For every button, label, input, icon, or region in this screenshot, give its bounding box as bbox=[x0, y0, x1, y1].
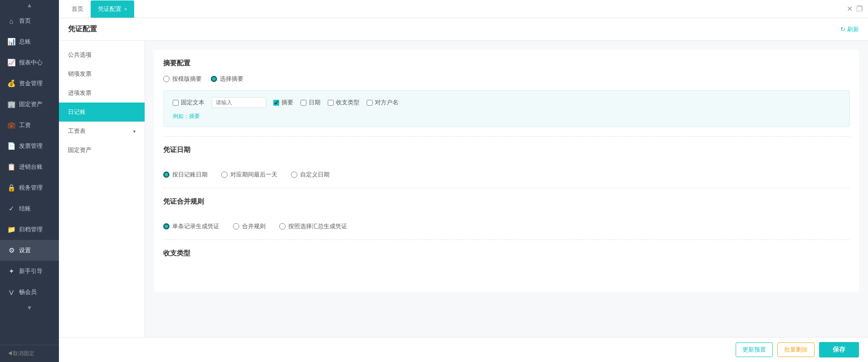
sidebar-item-archive[interactable]: 📁 归档管理 bbox=[0, 219, 59, 240]
fixed-text-input[interactable] bbox=[212, 97, 266, 108]
checkbox-fixed-text-input[interactable] bbox=[173, 100, 179, 106]
checkbox-counterparty-input[interactable] bbox=[367, 100, 373, 106]
checkbox-fixed-text[interactable]: 固定文本 bbox=[173, 98, 204, 107]
tab-voucher-config[interactable]: 凭证配置 × bbox=[91, 0, 134, 18]
checkbox-date[interactable]: 日期 bbox=[301, 98, 320, 107]
tab-close-window-button[interactable]: ✕ bbox=[847, 5, 853, 13]
sidebar-item-guide[interactable]: ✦ 新手引导 bbox=[0, 261, 59, 282]
funds-icon: 💰 bbox=[7, 79, 15, 88]
radio-period-last-input[interactable] bbox=[221, 171, 228, 178]
income-section-body bbox=[154, 265, 859, 292]
ledger-icon: 📊 bbox=[7, 38, 15, 46]
nav-item-payroll[interactable]: 工资表 ▾ bbox=[59, 122, 145, 141]
date-section-body: 按日记账日期 对应期间最后一天 自定义日期 bbox=[154, 161, 859, 188]
radio-merge[interactable]: 合并规则 bbox=[233, 222, 266, 230]
radio-select-merge[interactable]: 按照选择汇总生成凭证 bbox=[279, 222, 347, 230]
radio-select-merge-input[interactable] bbox=[279, 223, 286, 230]
merge-section-title: 凭证合并规则 bbox=[154, 188, 859, 213]
sidebar-item-close[interactable]: ✓ 结账 bbox=[0, 198, 59, 219]
sidebar-item-member[interactable]: V 畅会员 bbox=[0, 282, 59, 303]
home-icon: ⌂ bbox=[7, 17, 15, 25]
sidebar-item-salary[interactable]: 💼 工资 bbox=[0, 115, 59, 136]
config-panel: 摘要配置 按模版摘要 选择摘要 bbox=[154, 50, 859, 292]
sidebar-unpin[interactable]: ◀取消固定 bbox=[0, 345, 59, 362]
checkbox-income-type[interactable]: 收支类型 bbox=[328, 98, 359, 107]
checkbox-income-type-input[interactable] bbox=[328, 100, 334, 106]
archive-icon: 📁 bbox=[7, 225, 15, 234]
right-content: 摘要配置 按模版摘要 选择摘要 bbox=[145, 41, 868, 337]
income-type-section: 收支类型 bbox=[154, 240, 859, 292]
main-area: 首页 凭证配置 × ✕ ❐ 凭证配置 ↻ 刷新 bbox=[59, 0, 868, 362]
nav-item-fixed-assets[interactable]: 固定资产 bbox=[59, 141, 145, 160]
radio-custom-date[interactable]: 自定义日期 bbox=[291, 171, 330, 179]
tab-bar: 首页 凭证配置 × ✕ ❐ bbox=[59, 0, 868, 18]
radio-custom-date-input[interactable] bbox=[291, 171, 297, 178]
chevron-down-icon: ▾ bbox=[133, 129, 136, 134]
radio-select-summary[interactable]: 选择摘要 bbox=[211, 75, 243, 83]
checkbox-summary-input[interactable] bbox=[273, 100, 279, 106]
radio-merge-input[interactable] bbox=[233, 223, 239, 230]
merge-section-body: 单条记录生成凭证 合并规则 按照选择汇总生成凭证 bbox=[154, 213, 859, 240]
assets-icon: 🏢 bbox=[7, 100, 15, 108]
tab-close-icon[interactable]: × bbox=[124, 6, 127, 12]
guide-icon: ✦ bbox=[7, 267, 15, 275]
date-radio-group: 按日记账日期 对应期间最后一天 自定义日期 bbox=[163, 171, 850, 179]
sidebar-item-settings[interactable]: ⚙ 设置 bbox=[0, 240, 59, 261]
nav-item-sales[interactable]: 销项发票 bbox=[59, 64, 145, 83]
refresh-icon: ↻ bbox=[840, 26, 845, 33]
merge-config-section: 凭证合并规则 单条记录生成凭证 合并规则 bbox=[154, 188, 859, 240]
radio-journal-date-input[interactable] bbox=[163, 171, 170, 178]
checkbox-row: 固定文本 摘要 bbox=[163, 90, 850, 127]
sidebar-item-assets[interactable]: 🏢 固定资产 bbox=[0, 94, 59, 115]
sidebar-scroll-down[interactable]: ▼ bbox=[0, 303, 59, 313]
radio-period-last[interactable]: 对应期间最后一天 bbox=[221, 171, 277, 179]
date-section-title: 凭证日期 bbox=[154, 137, 859, 161]
sidebar-item-funds[interactable]: 💰 资金管理 bbox=[0, 73, 59, 94]
checkbox-items: 固定文本 摘要 bbox=[173, 97, 840, 108]
radio-single-input[interactable] bbox=[163, 223, 170, 230]
page-content: 凭证配置 ↻ 刷新 公共选项 销项发票 进项发票 bbox=[59, 18, 868, 362]
close-accounts-icon: ✓ bbox=[7, 205, 15, 213]
refresh-button[interactable]: ↻ 刷新 bbox=[840, 25, 859, 34]
sidebar-item-invoice[interactable]: 📄 发票管理 bbox=[0, 136, 59, 157]
sidebar-item-reports[interactable]: 📈 报表中心 bbox=[0, 52, 59, 73]
summary-section-title: 摘要配置 bbox=[154, 50, 859, 75]
invoice-icon: 📄 bbox=[7, 142, 15, 150]
batch-delete-button[interactable]: 批量删除 bbox=[777, 342, 815, 357]
radio-template-summary[interactable]: 按模版摘要 bbox=[163, 75, 202, 83]
page-header: 凭证配置 ↻ 刷新 bbox=[59, 18, 868, 41]
tab-restore-button[interactable]: ❐ bbox=[856, 5, 863, 13]
radio-select-input[interactable] bbox=[211, 76, 217, 82]
sidebar: ▲ ⌂ 首页 📊 总账 📈 报表中心 💰 资金管理 🏢 固定资产 💼 工资 📄 bbox=[0, 0, 59, 362]
tax-icon: 🔒 bbox=[7, 184, 15, 192]
page-title: 凭证配置 bbox=[68, 24, 97, 34]
sidebar-item-purchases[interactable]: 📋 进销台账 bbox=[0, 157, 59, 177]
checkbox-date-input[interactable] bbox=[301, 100, 306, 106]
sidebar-item-ledger[interactable]: 📊 总账 bbox=[0, 31, 59, 52]
checkbox-summary[interactable]: 摘要 bbox=[273, 98, 293, 107]
nav-item-public[interactable]: 公共选项 bbox=[59, 45, 145, 64]
tab-home[interactable]: 首页 bbox=[64, 0, 91, 18]
summary-config-body: 按模版摘要 选择摘要 bbox=[154, 75, 859, 136]
content-layout: 公共选项 销项发票 进项发票 日记账 工资表 ▾ bbox=[59, 41, 868, 337]
nav-item-journal[interactable]: 日记账 bbox=[59, 103, 145, 122]
bottom-bar: 更新预置 批量删除 保存 bbox=[59, 337, 868, 362]
update-preview-button[interactable]: 更新预置 bbox=[736, 342, 773, 357]
summary-radio-group: 按模版摘要 选择摘要 bbox=[163, 75, 850, 83]
sidebar-item-home[interactable]: ⌂ 首页 bbox=[0, 10, 59, 31]
save-button[interactable]: 保存 bbox=[819, 342, 859, 357]
nav-item-purchase[interactable]: 进项发票 bbox=[59, 83, 145, 103]
merge-radio-group: 单条记录生成凭证 合并规则 按照选择汇总生成凭证 bbox=[163, 222, 850, 230]
radio-template-input[interactable] bbox=[163, 76, 170, 82]
summary-config-section: 摘要配置 按模版摘要 选择摘要 bbox=[154, 50, 859, 136]
purchases-icon: 📋 bbox=[7, 163, 15, 171]
salary-icon: 💼 bbox=[7, 121, 15, 129]
summary-example: 例如：摘要 bbox=[173, 113, 840, 120]
sidebar-item-tax[interactable]: 🔒 税务管理 bbox=[0, 177, 59, 198]
reports-icon: 📈 bbox=[7, 59, 15, 67]
radio-journal-date[interactable]: 按日记账日期 bbox=[163, 171, 208, 179]
sidebar-scroll-up[interactable]: ▲ bbox=[0, 0, 59, 10]
date-config-section: 凭证日期 按日记账日期 对应期间最后一天 bbox=[154, 137, 859, 188]
checkbox-counterparty[interactable]: 对方户名 bbox=[367, 98, 398, 107]
radio-single[interactable]: 单条记录生成凭证 bbox=[163, 222, 219, 230]
